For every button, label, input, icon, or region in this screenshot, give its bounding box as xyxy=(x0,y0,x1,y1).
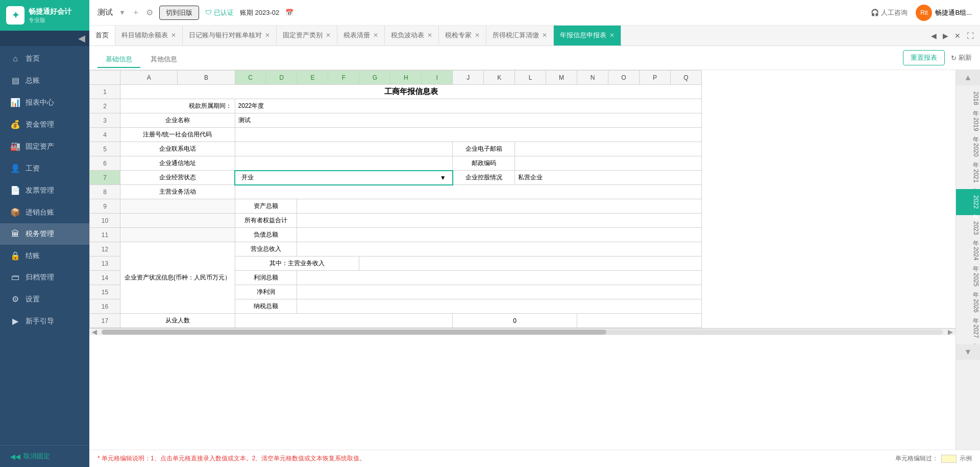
sidebar-item-archive[interactable]: 🗃 归档管理 xyxy=(0,267,89,288)
year-2026[interactable]: 2026年 xyxy=(956,293,980,319)
col-header-K[interactable]: K xyxy=(484,71,515,85)
cell-main-revenue-value[interactable] xyxy=(359,256,702,271)
cell-employees-value3[interactable] xyxy=(577,314,702,328)
tab-close-tax-wave[interactable]: ✕ xyxy=(427,32,432,39)
year-2025[interactable]: 2025年 xyxy=(956,267,980,293)
sidebar-item-reports[interactable]: 📊 报表中心 xyxy=(0,91,89,113)
topbar-add-btn[interactable]: ＋ xyxy=(132,7,140,18)
sidebar-item-ledger[interactable]: ▤ 总账 xyxy=(0,69,89,91)
sidebar-item-funds[interactable]: 💰 资金管理 xyxy=(0,113,89,135)
col-header-C[interactable]: C xyxy=(235,71,266,85)
cell-employees-value2[interactable]: 0 xyxy=(453,314,577,328)
cell-zip-value[interactable] xyxy=(515,156,702,171)
sidebar-item-tax[interactable]: 🏛 税务管理 xyxy=(0,223,89,245)
col-header-P[interactable]: P xyxy=(639,71,670,85)
col-header-G[interactable]: G xyxy=(359,71,390,85)
cell-liab-label[interactable]: 负债总额 xyxy=(235,228,297,242)
cell-status-dropdown[interactable]: 开业 ▼ xyxy=(235,171,453,185)
cell-zip-label[interactable]: 邮政编码 xyxy=(453,156,515,171)
tab-close-fixed-assets[interactable]: ✕ xyxy=(326,32,331,39)
topbar-settings-btn[interactable]: ⚙ xyxy=(146,8,153,17)
year-2019[interactable]: 2019年 xyxy=(956,111,980,137)
cell-revenue-label[interactable]: 营业总收入 xyxy=(235,242,297,256)
cell-tax-total-label[interactable]: 纳税总额 xyxy=(235,299,297,314)
year-2027[interactable]: 2027年 xyxy=(956,318,980,344)
tab-tax-clearance[interactable]: 税表清册 ✕ xyxy=(337,26,385,45)
cell-equity-label[interactable]: 所有者权益合计 xyxy=(235,214,297,228)
cell-period-value[interactable]: 2022年度 xyxy=(235,99,701,113)
user-menu[interactable]: Rit 畅捷通B组... xyxy=(916,5,972,21)
year-2021[interactable]: 2021年 xyxy=(956,163,980,189)
year-2018[interactable]: 2018年 xyxy=(956,85,980,111)
refresh-btn[interactable]: ↻ 刷新 xyxy=(951,53,972,62)
cell-address-label[interactable]: 企业通信地址 xyxy=(120,156,235,171)
tab-close-tax-clearance[interactable]: ✕ xyxy=(373,32,378,39)
sheet-title[interactable]: 工商年报信息表 xyxy=(120,85,702,99)
cell-holding-value[interactable]: 私营企业 xyxy=(515,171,702,185)
col-header-I[interactable]: I xyxy=(422,71,453,85)
col-header-L[interactable]: L xyxy=(515,71,546,85)
sidebar-item-payroll[interactable]: 👤 工资 xyxy=(0,157,89,179)
cell-net-profit-value[interactable] xyxy=(297,285,702,299)
tab-prev-btn[interactable]: ◀ xyxy=(929,31,939,41)
tab-close-tax-expert[interactable]: ✕ xyxy=(475,32,480,39)
cell-status-label[interactable]: 企业经营状态 xyxy=(120,171,235,185)
switch-old-version-btn[interactable]: 切到旧版 xyxy=(159,6,199,20)
col-header-B[interactable]: B xyxy=(178,71,235,85)
subtab-basic[interactable]: 基础信息 xyxy=(97,52,140,68)
cell-business-label[interactable]: 主营业务活动 xyxy=(120,185,235,199)
sidebar-item-assets[interactable]: 🏭 固定资产 xyxy=(0,135,89,157)
cell-liab-value[interactable] xyxy=(297,228,702,242)
cell-company-value[interactable]: 测试 xyxy=(235,113,701,128)
tab-close-all-btn[interactable]: ✕ xyxy=(952,31,963,41)
cell-phone-value[interactable] xyxy=(235,142,453,156)
tab-bank-reconcile[interactable]: 日记账与银行对账单核对 ✕ xyxy=(183,26,277,45)
scrollbar-track[interactable] xyxy=(102,330,943,335)
topbar-dropdown-arrow[interactable]: ▼ xyxy=(119,9,126,16)
tab-close-income-tax[interactable]: ✕ xyxy=(542,32,547,39)
col-header-O[interactable]: O xyxy=(608,71,639,85)
year-2023[interactable]: 2023年 xyxy=(956,215,980,241)
spreadsheet-main[interactable]: A B C D E F G H I J K L M N O xyxy=(89,70,955,450)
cell-total-assets-label[interactable]: 资产总额 xyxy=(235,199,297,214)
subtab-other[interactable]: 其他信息 xyxy=(142,52,185,68)
cell-revenue-value[interactable] xyxy=(297,242,702,256)
tab-maximize-btn[interactable]: ⛶ xyxy=(965,31,976,41)
tab-fixed-assets[interactable]: 固定资产类别 ✕ xyxy=(277,26,337,45)
calendar-icon[interactable]: 📅 xyxy=(285,9,293,16)
tab-tax-expert[interactable]: 税检专家 ✕ xyxy=(439,26,486,45)
tab-aux-balance[interactable]: 科目辅助余额表 ✕ xyxy=(115,26,183,45)
cell-employees-value1[interactable] xyxy=(235,314,453,328)
tab-close-annual-report[interactable]: ✕ xyxy=(609,32,615,39)
cell-employees-label[interactable]: 从业人数 xyxy=(120,314,235,328)
horizontal-scrollbar[interactable]: ◀ ▶ xyxy=(89,328,955,335)
cell-main-revenue-label[interactable]: 其中：主营业务收入 xyxy=(235,256,359,271)
tab-next-btn[interactable]: ▶ xyxy=(941,31,950,41)
cell-equity-value[interactable] xyxy=(297,214,702,228)
tab-income-tax[interactable]: 所得税汇算清缴 ✕ xyxy=(486,26,554,45)
cell-address-value[interactable] xyxy=(235,156,453,171)
pin-toggle[interactable]: ◀◀ 取消固定 xyxy=(0,445,89,467)
cell-tax-total-value[interactable] xyxy=(297,299,702,314)
tab-close-aux-balance[interactable]: ✕ xyxy=(171,32,176,39)
sidebar-item-inventory[interactable]: 📦 进销台账 xyxy=(0,201,89,223)
col-header-Q[interactable]: Q xyxy=(670,71,701,85)
cell-business-value[interactable] xyxy=(235,185,701,199)
cell-phone-label[interactable]: 企业联系电话 xyxy=(120,142,235,156)
cell-profit-label[interactable]: 利润总额 xyxy=(235,271,297,285)
tab-tax-wave[interactable]: 税负波动表 ✕ xyxy=(385,26,439,45)
year-2022[interactable]: 2022年 xyxy=(956,189,980,215)
cell-email-label[interactable]: 企业电子邮箱 xyxy=(453,142,515,156)
cell-company-label[interactable]: 企业名称 xyxy=(120,113,235,128)
col-header-M[interactable]: M xyxy=(546,71,577,85)
year-2024[interactable]: 2024年 xyxy=(956,241,980,267)
col-header-J[interactable]: J xyxy=(453,71,484,85)
tab-home[interactable]: 首页 xyxy=(89,26,115,45)
cell-period-label[interactable]: 税款所属期间： xyxy=(120,99,235,113)
col-header-A[interactable]: A xyxy=(120,71,178,85)
tab-annual-report[interactable]: 年报信息申报表 ✕ xyxy=(554,26,621,45)
reset-report-btn[interactable]: 重置报表 xyxy=(903,50,945,65)
year-scroll-down[interactable]: ▼ xyxy=(956,344,980,360)
year-scroll-up[interactable]: ▲ xyxy=(956,70,980,85)
cell-holding-label[interactable]: 企业控股情况 xyxy=(453,171,515,185)
